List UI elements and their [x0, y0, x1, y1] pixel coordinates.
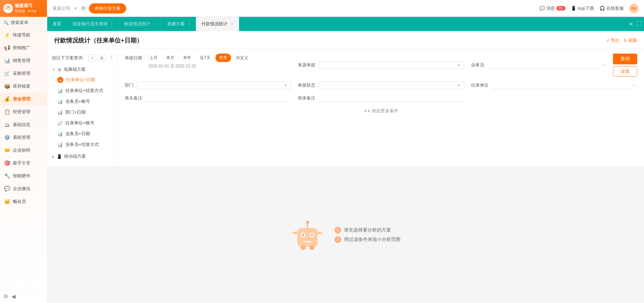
weixin-icon: 💬	[4, 186, 10, 192]
sidebar-item-purchase[interactable]: 🛒 采购管理	[0, 67, 47, 80]
staff-input[interactable]	[488, 61, 601, 69]
sidebar-item-marketing[interactable]: 📢 营销推广	[0, 41, 47, 54]
footer-settings-icon[interactable]: ⚙	[3, 293, 8, 300]
collapse-more-button[interactable]: ∧∧ 收起更多条件	[364, 108, 398, 114]
sidebar-item-sales[interactable]: 📊 销售管理	[0, 54, 47, 67]
scheme-bar-icon-5: 📊	[57, 142, 63, 147]
refresh-button[interactable]: ↻ 刷新	[623, 37, 637, 43]
sidebar-item-finance[interactable]: 💰 资金管理	[0, 93, 47, 105]
sidebar-footer: ⚙ ◀	[0, 290, 47, 303]
service-icon: 🎧	[599, 6, 605, 11]
staff-filter-cell: 业务员 ··· 查询 设置	[471, 54, 637, 77]
avatar[interactable]: Rit	[629, 4, 639, 13]
svg-rect-8	[293, 232, 297, 234]
business-icon: 📋	[4, 109, 10, 115]
page-title: 付款情况统计（往来单位+日期）	[54, 36, 143, 44]
source-select[interactable]: ▼	[319, 61, 464, 69]
query-button[interactable]: 查询	[613, 54, 637, 64]
tab-payment-stat[interactable]: 付款情况统计 ×	[196, 17, 239, 31]
tab-cashflow[interactable]: 现金银行流水查询 ×	[67, 17, 119, 31]
scheme-item-staff-settle[interactable]: 📊 业务员+结算方式	[47, 139, 118, 150]
sidebar-item-inventory[interactable]: 📦 库存核算	[0, 80, 47, 93]
app-download-item[interactable]: 📱 App下载	[571, 5, 594, 11]
tab-receivable[interactable]: 收款情况统计 ×	[119, 17, 162, 31]
staff-label: 业务员	[471, 62, 484, 68]
sidebar-item-quick-nav[interactable]: ⚡ 快捷导航	[0, 29, 47, 41]
search-menu[interactable]: 🔍 搜索菜单	[0, 17, 47, 29]
svg-rect-10	[301, 246, 305, 250]
partner-input[interactable]	[492, 81, 630, 89]
online-service-item[interactable]: 🎧 在线客服	[599, 5, 624, 11]
sidebar-item-weixin[interactable]: 💬 企业微信	[0, 182, 47, 195]
logo-icon: 巧	[3, 4, 13, 13]
tab-payment-stat-close[interactable]: ×	[231, 22, 233, 26]
sidebar: 巧 畅捷通巧 标准版 标准版 🔍 搜索菜单 ⚡ 快捷导航 📢 营销推广 📊 销售…	[0, 0, 47, 303]
table-head-note-input[interactable]	[146, 94, 291, 102]
scheme-item-partner-date[interactable]: ● 往来单位+日期	[47, 74, 118, 85]
footer-collapse-icon[interactable]: ◀	[11, 293, 16, 300]
sidebar-item-smart-hardware[interactable]: 🔧 智能硬件	[0, 170, 47, 182]
staff-ellipsis[interactable]: ···	[601, 62, 608, 68]
scheme-header: 按以下方案查询 ＋ ⚙ 《	[47, 52, 118, 64]
source-select-arrow-icon: ▼	[457, 63, 461, 67]
tab-cashflow-close[interactable]: ×	[111, 22, 113, 26]
tab-new-scheme-close[interactable]: ×	[188, 22, 190, 26]
date-tab-custom[interactable]: 自定义	[232, 54, 252, 62]
scheme-item-partner-settle[interactable]: 📊 往来单位+结算方式	[47, 85, 118, 96]
date-tab-this-month[interactable]: 本月	[163, 54, 178, 62]
scheme-item-partner-account[interactable]: 📈 往来单位+账号	[47, 118, 118, 128]
collapse-scheme-icon[interactable]: 《	[108, 54, 113, 62]
marketing-icon: 📢	[4, 45, 10, 51]
table-body-note-label: 表体备注	[298, 95, 315, 101]
expand-icon[interactable]: ⛶	[636, 21, 641, 27]
system-icon: ⚙️	[4, 134, 10, 141]
sidebar-item-basic-info[interactable]: 🗂 基础信息	[0, 118, 47, 131]
refresh-icon: ↻	[623, 38, 627, 43]
filter-panel: 按以下方案查询 ＋ ⚙ 《 ▼ 🖥 电脑端方案 ● 往来	[47, 49, 644, 166]
status-filter-cell: 单据状态 ▼	[298, 81, 464, 89]
partner-ellipsis[interactable]: ···	[630, 82, 637, 88]
desktop-group-arrow-icon: ▼	[52, 68, 55, 71]
date-tab-more[interactable]: 更多	[215, 54, 231, 62]
settings-scheme-icon[interactable]: ⚙	[98, 54, 106, 62]
sidebar-item-business[interactable]: 📋 经营管理	[0, 105, 47, 118]
scheme-item-staff-account[interactable]: 📊 业务员+账号	[47, 96, 118, 107]
scheme-line-icon: 📈	[57, 121, 63, 126]
trial-button[interactable]: 体验行业方案	[89, 3, 126, 13]
messages-item[interactable]: 💬 消息 99+	[539, 5, 565, 11]
scheme-sidebar: 按以下方案查询 ＋ ⚙ 《 ▼ 🖥 电脑端方案 ● 往来	[47, 49, 118, 166]
date-tab-this-year[interactable]: 本年	[179, 54, 195, 62]
empty-hints: 1 请先选择要分析的方案 2 用过滤条件来缩小分析范围	[334, 227, 401, 243]
scheme-item-dept-date[interactable]: 📊 部门+日期	[47, 107, 118, 118]
table-head-note-cell: 表头备注	[125, 94, 291, 102]
scheme-bar-icon-2: 📊	[57, 99, 63, 104]
sidebar-item-newbie[interactable]: 🎯 新手引导	[0, 157, 47, 170]
sidebar-item-member[interactable]: 👑 畅会员	[0, 195, 47, 208]
sidebar-item-company-collab[interactable]: 🤝 企业协同	[0, 144, 47, 157]
dept-select[interactable]: ▼	[137, 82, 291, 89]
date-tab-last-month[interactable]: 上月	[146, 54, 161, 62]
empty-hint-1: 1 请先选择要分析的方案	[334, 227, 401, 234]
settings-button[interactable]: 设置	[613, 66, 637, 77]
hint-num-1: 1	[334, 227, 341, 234]
add-scheme-icon[interactable]: ＋	[89, 54, 96, 62]
date-tab-7days[interactable]: 近7天	[196, 54, 214, 62]
search-icon: 🔍	[3, 20, 9, 25]
export-button[interactable]: ↗ 导出	[606, 37, 619, 43]
quick-nav-icon: ⚡	[4, 32, 10, 38]
mobile-group-title[interactable]: ▶ 📱 移动端方案	[47, 151, 118, 161]
status-select[interactable]: ▼	[319, 82, 464, 89]
scheme-item-staff-date[interactable]: 📊 业务员+日期	[47, 128, 118, 139]
table-body-note-input[interactable]	[319, 94, 464, 102]
svg-rect-11	[310, 246, 314, 250]
close-all-tabs-icon[interactable]: ✕	[629, 21, 633, 27]
tab-receivable-close[interactable]: ×	[154, 22, 156, 26]
topbar-settings-icon[interactable]: ⚙	[81, 5, 86, 11]
tab-home[interactable]: 首页	[47, 17, 67, 31]
sidebar-header: 巧 畅捷通巧 标准版 标准版	[0, 0, 47, 17]
partner-label: 往来单位	[471, 82, 489, 88]
sidebar-item-system[interactable]: ⚙️ 系统管理	[0, 131, 47, 144]
desktop-group-title[interactable]: ▼ 🖥 电脑端方案	[47, 64, 118, 74]
tab-new-scheme[interactable]: 新建方案 ×	[162, 17, 196, 31]
date-tabs: 上月 本月 本年 近7天 更多 自定义	[146, 54, 252, 62]
